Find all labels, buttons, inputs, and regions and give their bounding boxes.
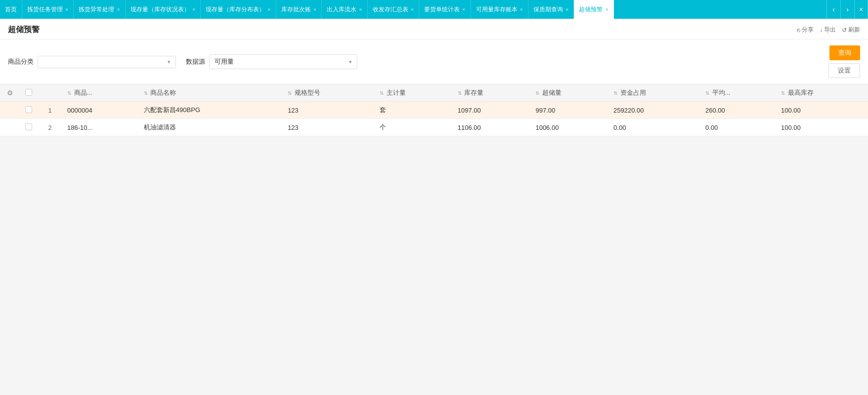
- nav-tab-exception[interactable]: 拣货异常处理 ×: [74, 0, 125, 19]
- nav-tab-summary[interactable]: 收发存汇总表 ×: [368, 0, 419, 19]
- nav-tab-stock-status[interactable]: 现存量（库存状况表） ×: [126, 0, 201, 19]
- table-row: 2 186-10... 机油滤清器 123 个 1106.0: [0, 119, 868, 136]
- chevron-down-icon: ▾: [168, 59, 171, 65]
- settings-button[interactable]: 设置: [828, 63, 860, 78]
- td-index: 1: [38, 102, 62, 119]
- td-product-name: 六配套新昌490BPG: [139, 102, 283, 119]
- sort-icon: ⇅: [705, 90, 709, 96]
- th-avg[interactable]: ⇅ 平均...: [700, 84, 776, 102]
- td-product-code: 0000004: [62, 102, 139, 119]
- filter-right-buttons: 查询 设置: [828, 45, 860, 78]
- td-gear: [0, 119, 20, 136]
- close-icon[interactable]: ×: [192, 6, 195, 12]
- th-index: [38, 84, 62, 102]
- sort-icon: ⇅: [613, 90, 617, 96]
- td-overstock: 997.00: [530, 102, 608, 119]
- th-stock[interactable]: ⇅ 库存量: [453, 84, 531, 102]
- td-avg: 260.00: [700, 102, 776, 119]
- close-icon[interactable]: ×: [267, 6, 270, 12]
- overstock-table: ⚙ ⇅ 商品... ⇅ 商品名称 ⇅: [0, 84, 868, 136]
- page-content: 超储预警 ⎋ 分享 ↓ 导出 ↺ 刷新 商品分类 ▾ 数据源: [0, 19, 868, 136]
- sort-icon: ⇅: [535, 90, 539, 96]
- td-capital: 259220.00: [608, 102, 700, 119]
- close-icon[interactable]: ×: [359, 6, 362, 12]
- datasource-filter-group: 数据源 可用量 ▾: [186, 54, 357, 69]
- close-icon[interactable]: ×: [520, 6, 523, 12]
- nav-tab-stock-dist[interactable]: 现存量（库存分布表） ×: [201, 0, 276, 19]
- th-capital[interactable]: ⇅ 资金占用: [608, 84, 700, 102]
- th-spec[interactable]: ⇅ 规格型号: [283, 84, 375, 102]
- th-max-stock[interactable]: ⇅ 最高库存: [776, 84, 868, 102]
- close-icon[interactable]: ×: [411, 6, 414, 12]
- td-product-code: 186-10...: [62, 119, 139, 136]
- th-unit[interactable]: ⇅ 主计量: [375, 84, 453, 102]
- category-filter-group: 商品分类 ▾: [8, 56, 176, 68]
- td-max-stock: 100.00: [776, 119, 868, 136]
- nav-tab-expiry[interactable]: 保质期查询 ×: [528, 0, 574, 19]
- chevron-down-icon: ▾: [349, 59, 352, 65]
- datasource-label: 数据源: [186, 57, 205, 66]
- page-title: 超储预警: [8, 25, 40, 35]
- nav-tab-flow[interactable]: 出入库流水 ×: [322, 0, 367, 19]
- close-icon[interactable]: ×: [462, 6, 465, 12]
- th-checkbox: [20, 84, 38, 102]
- table-row: 1 0000004 六配套新昌490BPG 123 套 10: [0, 102, 868, 119]
- td-overstock: 1006.00: [530, 119, 608, 136]
- export-icon: ↓: [820, 27, 823, 34]
- close-icon[interactable]: ×: [565, 6, 568, 12]
- export-button[interactable]: ↓ 导出: [820, 26, 836, 34]
- share-icon: ⎋: [797, 27, 800, 34]
- header-actions: ⎋ 分享 ↓ 导出 ↺ 刷新: [797, 26, 860, 34]
- td-product-name: 机油滤清器: [139, 119, 283, 136]
- row-checkbox[interactable]: [25, 123, 32, 130]
- page-header: 超储预警 ⎋ 分享 ↓ 导出 ↺ 刷新: [0, 19, 868, 40]
- td-avg: 0.00: [700, 119, 776, 136]
- nav-tab-task[interactable]: 拣货任务管理 ×: [22, 0, 74, 19]
- th-product-name[interactable]: ⇅ 商品名称: [139, 84, 283, 102]
- td-index: 2: [38, 119, 62, 136]
- sort-icon: ⇅: [288, 90, 292, 96]
- sort-icon: ⇅: [144, 90, 148, 96]
- nav-tab-home[interactable]: 首页: [0, 0, 22, 19]
- nav-tab-overstock[interactable]: 超储预警 ×: [574, 0, 613, 19]
- share-button[interactable]: ⎋ 分享: [797, 26, 814, 34]
- row-checkbox[interactable]: [25, 106, 32, 113]
- nav-tab-batch[interactable]: 库存批次账 ×: [276, 0, 322, 19]
- nav-right-arrow[interactable]: ›: [840, 0, 854, 19]
- td-spec: 123: [283, 119, 375, 136]
- gear-icon[interactable]: ⚙: [7, 89, 13, 97]
- close-icon[interactable]: ×: [605, 6, 608, 12]
- refresh-button[interactable]: ↺ 刷新: [842, 26, 860, 34]
- td-unit: 个: [375, 119, 453, 136]
- td-unit: 套: [375, 102, 453, 119]
- td-checkbox: [20, 102, 38, 119]
- table-header-row: ⚙ ⇅ 商品... ⇅ 商品名称 ⇅: [0, 84, 868, 102]
- datasource-value: 可用量: [215, 57, 234, 66]
- nav-left-arrow[interactable]: ‹: [826, 0, 840, 19]
- close-icon[interactable]: ×: [65, 6, 68, 12]
- category-label: 商品分类: [8, 57, 34, 66]
- td-stock: 1106.00: [453, 119, 531, 136]
- td-checkbox: [20, 119, 38, 136]
- close-icon[interactable]: ×: [313, 6, 316, 12]
- header-checkbox[interactable]: [25, 89, 32, 96]
- close-icon[interactable]: ×: [117, 6, 120, 12]
- table-wrapper: ⚙ ⇅ 商品... ⇅ 商品名称 ⇅: [0, 84, 868, 136]
- th-overstock[interactable]: ⇅ 超储量: [530, 84, 608, 102]
- datasource-select[interactable]: 可用量 ▾: [209, 54, 357, 69]
- td-max-stock: 100.00: [776, 102, 868, 119]
- nav-expand-arrow[interactable]: ×: [854, 0, 868, 19]
- nav-tab-available[interactable]: 可用量库存账本 ×: [471, 0, 528, 19]
- sort-icon: ⇅: [781, 90, 785, 96]
- td-capital: 0.00: [608, 119, 700, 136]
- sort-icon: ⇅: [380, 90, 384, 96]
- th-product-code[interactable]: ⇅ 商品...: [62, 84, 139, 102]
- td-spec: 123: [283, 102, 375, 119]
- filter-area: 商品分类 ▾ 数据源 可用量 ▾ 查询 设置: [0, 40, 868, 84]
- refresh-icon: ↺: [842, 27, 847, 34]
- nav-tab-requisition[interactable]: 要货单统计表 ×: [419, 0, 471, 19]
- td-stock: 1097.00: [453, 102, 531, 119]
- category-select[interactable]: ▾: [38, 56, 176, 68]
- td-gear: [0, 102, 20, 119]
- query-button[interactable]: 查询: [829, 45, 860, 60]
